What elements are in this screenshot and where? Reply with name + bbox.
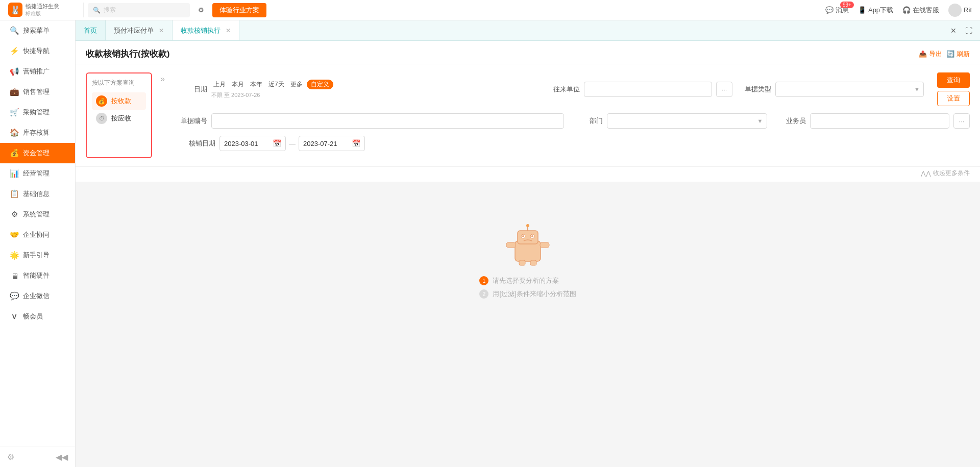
sidebar-item-quicknav[interactable]: ⚡ 快捷导航 xyxy=(0,41,75,61)
doc-no-input[interactable] xyxy=(211,113,564,129)
sidebar-item-operations[interactable]: 📊 经营管理 xyxy=(0,163,75,184)
verify-to-input[interactable]: 2023-07-21 📅 xyxy=(299,136,365,151)
sidebar-item-cooperation[interactable]: 🤝 企业协同 xyxy=(0,225,75,245)
sidebar-item-member[interactable]: V 畅会员 xyxy=(0,306,75,327)
sidebar-item-basic-info[interactable]: 📋 基础信息 xyxy=(0,184,75,204)
top-search-area[interactable]: 🔍 搜索 xyxy=(88,3,190,17)
query-button[interactable]: 查询 xyxy=(937,72,970,88)
svg-point-4 xyxy=(522,235,524,237)
sidebar-item-inventory[interactable]: 🏠 库存核算 xyxy=(0,122,75,143)
message-btn[interactable]: 💬 消息 99+ xyxy=(825,6,849,15)
tab-prepay[interactable]: 预付冲应付单 ✕ xyxy=(106,20,173,40)
staff-dots-btn[interactable]: ··· xyxy=(953,113,970,129)
sidebar-item-label: 资金管理 xyxy=(23,149,50,158)
date-btn-last-month[interactable]: 上月 xyxy=(211,80,228,89)
sidebar-item-wechat[interactable]: 💬 企业微信 xyxy=(0,286,75,306)
main-layout: 🔍 搜索菜单 ⚡ 快捷导航 📢 营销推广 💼 销售管理 🛒 采购管理 🏠 库存核… xyxy=(0,20,980,467)
tab-expand-btn[interactable]: ⛶ xyxy=(962,23,976,38)
doc-type-label: 单据类型 xyxy=(743,85,771,94)
user-area[interactable]: Rit xyxy=(948,4,972,17)
dept-field: 部门 ▼ xyxy=(574,113,767,129)
partner-input[interactable] xyxy=(584,82,712,97)
sidebar-settings-icon[interactable]: ⚙ xyxy=(7,452,14,462)
collapse-more-button[interactable]: ⋀⋀ 收起更多条件 xyxy=(921,169,970,178)
page-content: 收款核销执行(按收款) 📤 导出 🔄 刷新 按以下方案查询 xyxy=(76,41,980,467)
refresh-label: 刷新 xyxy=(957,50,970,59)
export-button[interactable]: 📤 导出 xyxy=(919,50,942,59)
filter-option-receipt-label: 按收款 xyxy=(111,96,131,106)
message-icon: 💬 xyxy=(825,6,834,14)
refresh-button[interactable]: 🔄 刷新 xyxy=(946,50,970,59)
date-range-sub: 不限 至 2023-07-26 xyxy=(211,91,333,99)
settings-icon[interactable]: ⚙ xyxy=(194,3,208,17)
dept-select[interactable] xyxy=(607,113,767,129)
marketing-icon: 📢 xyxy=(10,67,19,76)
sidebar-item-label: 智能硬件 xyxy=(23,271,50,280)
verify-date-label: 核销日期 xyxy=(179,139,215,148)
staff-input[interactable] xyxy=(810,113,950,129)
tab-home-label: 首页 xyxy=(84,26,97,35)
verify-from-input[interactable]: 2023-03-01 📅 xyxy=(219,136,286,151)
wechat-icon: 💬 xyxy=(10,291,19,301)
filter-option-receivable-label: 按应收 xyxy=(111,114,131,123)
sidebar-item-sales[interactable]: 💼 销售管理 xyxy=(0,82,75,102)
svg-rect-1 xyxy=(518,231,538,244)
filter-option-by-receipt[interactable]: 💰 按收款 xyxy=(92,92,146,110)
tab-home[interactable]: 首页 xyxy=(76,20,106,40)
doc-type-select[interactable] xyxy=(775,82,924,97)
page-header: 收款核销执行(按收款) 📤 导出 🔄 刷新 xyxy=(76,41,980,64)
date-btn-custom[interactable]: 自定义 xyxy=(307,80,333,89)
svg-rect-9 xyxy=(530,260,536,265)
partner-label: 往来单位 xyxy=(551,85,580,94)
svg-point-5 xyxy=(531,235,533,237)
app-download-btn[interactable]: 📱 App下载 xyxy=(858,6,893,15)
verify-date-field: 核销日期 2023-03-01 📅 — 2023-07-21 📅 xyxy=(179,136,970,151)
tab-prepay-close[interactable]: ✕ xyxy=(159,27,164,34)
sales-icon: 💼 xyxy=(10,87,19,96)
date-field: 日期 上月 本月 本年 近7天 更多 自定义 不限 至 xyxy=(179,80,541,99)
empty-text-area: 1 请先选择要分析的方案 2 用[过滤]条件来缩小分析范围 xyxy=(479,276,576,299)
filter-option-by-receivable[interactable]: ⏱ 按应收 xyxy=(92,110,146,127)
sidebar-item-hardware[interactable]: 🖥 智能硬件 xyxy=(0,265,75,286)
sidebar-item-label: 搜索菜单 xyxy=(23,26,50,35)
sidebar-item-label: 经营管理 xyxy=(23,169,50,178)
empty-illustration xyxy=(502,223,553,269)
online-service-btn[interactable]: 🎧 在线客服 xyxy=(902,6,939,15)
filter-collapse-btn[interactable]: » xyxy=(160,72,170,158)
verify-date-range: 2023-03-01 📅 — 2023-07-21 📅 xyxy=(219,136,365,151)
sidebar-item-label: 库存核算 xyxy=(23,128,50,137)
tab-close-btn[interactable]: ✕ xyxy=(946,23,961,38)
receivable-icon: ⏱ xyxy=(96,113,107,124)
message-badge: 99+ xyxy=(840,2,854,8)
sidebar-item-purchase[interactable]: 🛒 采购管理 xyxy=(0,102,75,122)
hardware-icon: 🖥 xyxy=(10,271,19,280)
date-btn-7days[interactable]: 近7天 xyxy=(266,80,286,89)
date-btn-more[interactable]: 更多 xyxy=(288,80,305,89)
industry-button[interactable]: 体验行业方案 xyxy=(212,3,266,17)
filter-settings-button[interactable]: 设置 xyxy=(937,91,970,106)
sidebar-collapse-icon[interactable]: ◀◀ xyxy=(56,452,68,462)
app-download-icon: 📱 xyxy=(858,6,866,14)
sidebar-item-system[interactable]: ⚙ 系统管理 xyxy=(0,204,75,225)
username: Rit xyxy=(964,6,972,14)
step2-text: 用[过滤]条件来缩小分析范围 xyxy=(493,289,576,299)
sidebar-item-finance[interactable]: 💰 资金管理 xyxy=(0,143,75,163)
filter-row-1: 日期 上月 本月 本年 近7天 更多 自定义 不限 至 xyxy=(179,72,970,106)
search-placeholder: 搜索 xyxy=(104,6,116,14)
partner-dots-btn[interactable]: ··· xyxy=(716,82,732,97)
brand-text-group: 畅捷通好生意 标准版 xyxy=(26,3,59,17)
sidebar-item-marketing[interactable]: 📢 营销推广 xyxy=(0,61,75,82)
tab-receivable[interactable]: 收款核销执行 ✕ xyxy=(173,20,239,40)
sidebar-item-guide[interactable]: 🌟 新手引导 xyxy=(0,245,75,265)
filter-form: 日期 上月 本月 本年 近7天 更多 自定义 不限 至 xyxy=(179,72,970,158)
inventory-icon: 🏠 xyxy=(10,128,19,137)
tab-prepay-label: 预付冲应付单 xyxy=(114,26,154,35)
tab-receivable-close[interactable]: ✕ xyxy=(226,27,231,34)
brand-sub: 标准版 xyxy=(26,10,59,17)
sidebar-item-search[interactable]: 🔍 搜索菜单 xyxy=(0,20,75,41)
date-btn-this-year[interactable]: 本年 xyxy=(248,80,264,89)
doc-no-field: 单据编号 xyxy=(179,113,564,129)
filter-sidebar: 按以下方案查询 💰 按收款 ⏱ 按应收 xyxy=(86,72,152,158)
date-btn-this-month[interactable]: 本月 xyxy=(230,80,246,89)
purchase-icon: 🛒 xyxy=(10,108,19,117)
